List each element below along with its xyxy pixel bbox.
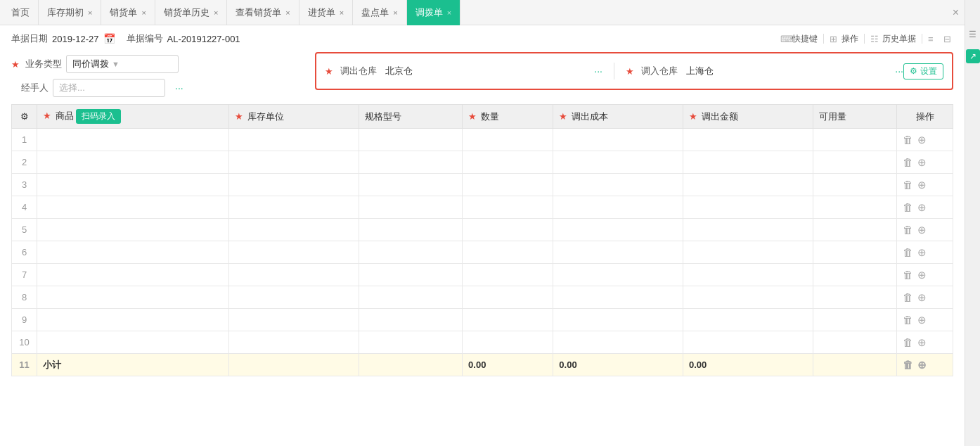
- row-cost[interactable]: [553, 151, 683, 174]
- row-qty[interactable]: [463, 264, 553, 286]
- row-delete-icon[interactable]: 🗑: [903, 314, 913, 326]
- row-goods[interactable]: [37, 129, 229, 151]
- row-amount[interactable]: [683, 151, 813, 174]
- sidebar-export-icon[interactable]: ↗: [966, 49, 980, 63]
- list-view-button[interactable]: ≡: [928, 34, 938, 44]
- row-spec[interactable]: [359, 196, 463, 219]
- row-qty[interactable]: [463, 151, 553, 174]
- row-unit[interactable]: [229, 219, 359, 241]
- row-goods[interactable]: [37, 331, 229, 354]
- settings-button[interactable]: ⚙ 设置: [903, 63, 943, 79]
- row-delete-icon[interactable]: 🗑: [903, 156, 913, 168]
- row-available[interactable]: [813, 174, 896, 196]
- row-goods[interactable]: [37, 264, 229, 286]
- row-cost[interactable]: [553, 241, 683, 264]
- row-unit[interactable]: [229, 151, 359, 174]
- tab-close-view-sales[interactable]: ×: [285, 8, 290, 17]
- tab-close-sales-history[interactable]: ×: [214, 8, 218, 17]
- row-copy-icon[interactable]: ⊕: [917, 336, 927, 349]
- row-amount[interactable]: [683, 174, 813, 196]
- tab-inventory-init[interactable]: 库存期初 ×: [39, 0, 101, 25]
- row-copy-icon[interactable]: ⊕: [917, 201, 927, 214]
- tab-close-transfer[interactable]: ×: [447, 8, 451, 17]
- row-amount[interactable]: [683, 309, 813, 331]
- business-type-select[interactable]: 同价调拨 ▼: [66, 55, 179, 73]
- col-gear[interactable]: ⚙: [12, 105, 37, 129]
- row-spec[interactable]: [359, 219, 463, 241]
- row-qty[interactable]: [463, 331, 553, 354]
- row-delete-icon[interactable]: 🗑: [903, 246, 913, 258]
- row-unit[interactable]: [229, 286, 359, 309]
- row-delete-icon[interactable]: 🗑: [903, 224, 913, 236]
- row-spec[interactable]: [359, 151, 463, 174]
- row-delete-icon[interactable]: 🗑: [903, 291, 913, 303]
- row-spec[interactable]: [359, 309, 463, 331]
- row-cost[interactable]: [553, 129, 683, 151]
- row-amount[interactable]: [683, 196, 813, 219]
- row-available[interactable]: [813, 241, 896, 264]
- tab-close-purchase[interactable]: ×: [340, 8, 344, 17]
- row-amount[interactable]: [683, 286, 813, 309]
- row-available[interactable]: [813, 331, 896, 354]
- sidebar-list-icon[interactable]: ☰: [967, 28, 979, 41]
- row-delete-icon[interactable]: 🗑: [903, 336, 913, 348]
- row-copy-icon[interactable]: ⊕: [917, 314, 927, 326]
- row-unit[interactable]: [229, 331, 359, 354]
- row-goods[interactable]: [37, 174, 229, 196]
- row-unit[interactable]: [229, 129, 359, 151]
- row-goods[interactable]: [37, 219, 229, 241]
- person-select[interactable]: 选择...: [53, 79, 165, 97]
- row-available[interactable]: [813, 129, 896, 151]
- row-amount[interactable]: [683, 219, 813, 241]
- operations-button[interactable]: ⊞ 操作: [830, 33, 858, 45]
- row-available[interactable]: [813, 309, 896, 331]
- row-goods[interactable]: [37, 286, 229, 309]
- row-available[interactable]: [813, 151, 896, 174]
- row-delete-icon[interactable]: 🗑: [903, 134, 913, 146]
- row-copy-icon[interactable]: ⊕: [917, 224, 927, 236]
- row-available[interactable]: [813, 264, 896, 286]
- row-cost[interactable]: [553, 174, 683, 196]
- row-amount[interactable]: [683, 264, 813, 286]
- row-copy-icon[interactable]: ⊕: [917, 134, 927, 146]
- row-copy-icon[interactable]: ⊕: [917, 291, 927, 304]
- tab-purchase[interactable]: 进货单 ×: [299, 0, 353, 25]
- transfer-out-more-icon[interactable]: ···: [594, 65, 602, 77]
- row-qty[interactable]: [463, 129, 553, 151]
- row-spec[interactable]: [359, 129, 463, 151]
- shortcuts-button[interactable]: ⌨ 快捷键: [780, 33, 818, 45]
- row-cost[interactable]: [553, 219, 683, 241]
- row-spec[interactable]: [359, 241, 463, 264]
- row-amount[interactable]: [683, 241, 813, 264]
- history-button[interactable]: ☷ 历史单据: [870, 33, 916, 45]
- row-delete-icon[interactable]: 🗑: [903, 179, 913, 191]
- row-unit[interactable]: [229, 241, 359, 264]
- subtotal-copy-icon[interactable]: ⊕: [917, 359, 927, 371]
- transfer-in-more-icon[interactable]: ···: [895, 65, 903, 77]
- row-delete-icon[interactable]: 🗑: [903, 201, 913, 213]
- row-spec[interactable]: [359, 174, 463, 196]
- tab-home[interactable]: 首页: [3, 0, 39, 25]
- row-copy-icon[interactable]: ⊕: [917, 246, 927, 259]
- row-goods[interactable]: [37, 151, 229, 174]
- row-spec[interactable]: [359, 264, 463, 286]
- row-available[interactable]: [813, 286, 896, 309]
- person-more-icon[interactable]: ···: [175, 82, 183, 94]
- row-qty[interactable]: [463, 286, 553, 309]
- row-unit[interactable]: [229, 309, 359, 331]
- subtotal-delete-icon[interactable]: 🗑: [903, 359, 913, 371]
- tab-sales-history[interactable]: 销货单历史 ×: [155, 0, 227, 25]
- tab-view-sales[interactable]: 查看销货单 ×: [227, 0, 299, 25]
- calendar-icon[interactable]: 📅: [103, 33, 115, 44]
- row-qty[interactable]: [463, 219, 553, 241]
- row-available[interactable]: [813, 219, 896, 241]
- tab-close-inventory-init[interactable]: ×: [88, 8, 92, 17]
- row-available[interactable]: [813, 196, 896, 219]
- row-amount[interactable]: [683, 129, 813, 151]
- row-spec[interactable]: [359, 331, 463, 354]
- tab-close-sales[interactable]: ×: [141, 8, 146, 17]
- row-copy-icon[interactable]: ⊕: [917, 179, 927, 191]
- row-delete-icon[interactable]: 🗑: [903, 269, 913, 281]
- main-close-button[interactable]: ×: [953, 6, 959, 19]
- row-qty[interactable]: [463, 241, 553, 264]
